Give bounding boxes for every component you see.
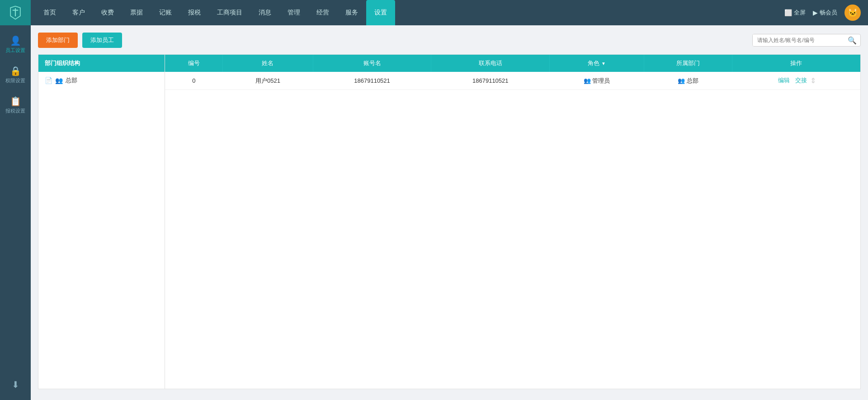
col-header-phone: 联系电话 — [431, 55, 550, 72]
taxsetting-icon: 📋 — [10, 97, 21, 106]
nav-item-manage[interactable]: 管理 — [279, 0, 308, 25]
cell-dept: 👥 总部 — [644, 72, 732, 90]
sidebar-bottom: ⬇ — [10, 374, 21, 400]
nav-item-bizproject[interactable]: 工商项目 — [209, 0, 250, 25]
col-header-actions: 操作 — [732, 55, 860, 72]
fullscreen-button[interactable]: ⬜ 全屏 — [784, 9, 806, 17]
nav-item-client[interactable]: 客户 — [64, 0, 93, 25]
col-header-dept: 所属部门 — [644, 55, 732, 72]
content-area: 添加部门 添加员工 🔍 部门组织结构 📄 👥 总部 — [31, 25, 868, 400]
col-header-account: 账号名 — [313, 55, 431, 72]
action-交接[interactable]: 交接 — [795, 77, 807, 84]
lock-icon: 🔒 — [10, 66, 21, 75]
sidebar-item-taxsetting[interactable]: 📋 报税设置 — [0, 90, 31, 121]
nav-item-bookkeeping[interactable]: 记账 — [151, 0, 180, 25]
dept-tree-item-label: 总部 — [66, 76, 77, 85]
cell-account: 18679110521 — [313, 72, 431, 90]
top-navigation: 首页 客户 收费 票据 记账 报税 工商项目 消息 管理 经营 服务 设置 ⬜ … — [0, 0, 868, 25]
nav-item-fee[interactable]: 收费 — [93, 0, 122, 25]
col-header-role: 角色 ▼ — [550, 55, 644, 72]
nav-item-home[interactable]: 首页 — [35, 0, 64, 25]
col-header-name: 姓名 — [223, 55, 313, 72]
sidebar-item-employee-label: 员工设置 — [5, 47, 25, 54]
file-icon: 📄 — [45, 77, 52, 84]
dept-tree-item[interactable]: 📄 👥 总部 — [38, 72, 165, 89]
logo-icon — [7, 5, 24, 21]
action-编辑[interactable]: 编辑 — [778, 77, 790, 84]
sidebar-item-permission-label: 权限设置 — [5, 77, 25, 84]
cell-actions: 编辑 交接 ⇕ — [732, 72, 860, 90]
member-button[interactable]: ▶ 畅会员 — [813, 9, 837, 17]
cell-role: 👥 管理员 — [550, 72, 644, 90]
sidebar-item-employee[interactable]: 👤 员工设置 — [0, 30, 31, 60]
col-header-id: 编号 — [165, 55, 223, 72]
nav-right: ⬜ 全屏 ▶ 畅会员 🐱 — [784, 5, 868, 21]
main-layout: 👤 员工设置 🔒 权限设置 📋 报税设置 ⬇ 添加部门 添加员工 🔍 — [0, 25, 868, 400]
nav-item-bill[interactable]: 票据 — [122, 0, 151, 25]
sidebar: 👤 员工设置 🔒 权限设置 📋 报税设置 ⬇ — [0, 25, 31, 400]
row-scroll-control[interactable]: ⇕ — [810, 77, 816, 85]
dept-tree-header: 部门组织结构 — [38, 55, 165, 72]
cell-id: 0 — [165, 72, 223, 90]
cell-name: 用户0521 — [223, 72, 313, 90]
nav-item-service[interactable]: 服务 — [337, 0, 366, 25]
role-filter-icon[interactable]: ▼ — [601, 61, 606, 66]
logo[interactable] — [0, 0, 31, 25]
employee-icon: 👤 — [10, 36, 21, 45]
main-panel: 部门组织结构 📄 👥 总部 编号 姓名 账号名 联系电话 — [38, 54, 861, 389]
add-dept-button[interactable]: 添加部门 — [38, 33, 78, 48]
table-row: 0 用户0521 18679110521 18679110521 👥 管理员 👥… — [165, 72, 860, 90]
nav-item-message[interactable]: 消息 — [250, 0, 279, 25]
sidebar-item-permission[interactable]: 🔒 权限设置 — [0, 60, 31, 90]
table-area: 编号 姓名 账号名 联系电话 角色 ▼ 所属部门 操作 — [165, 55, 860, 389]
sidebar-item-taxsetting-label: 报税设置 — [5, 108, 25, 114]
nav-items: 首页 客户 收费 票据 记账 报税 工商项目 消息 管理 经营 服务 设置 — [31, 0, 784, 25]
cell-phone: 18679110521 — [431, 72, 550, 90]
nav-item-settings[interactable]: 设置 — [366, 0, 395, 25]
add-employee-button[interactable]: 添加员工 — [82, 33, 122, 48]
sidebar-item-download[interactable]: ⬇ — [10, 374, 21, 395]
user-avatar[interactable]: 🐱 — [844, 5, 861, 21]
search-box: 🔍 — [752, 34, 861, 47]
toolbar: 添加部门 添加员工 🔍 — [38, 33, 861, 48]
search-input[interactable] — [753, 34, 844, 46]
nav-item-operation[interactable]: 经营 — [308, 0, 337, 25]
employee-table: 编号 姓名 账号名 联系电话 角色 ▼ 所属部门 操作 — [165, 55, 860, 90]
download-icon: ⬇ — [12, 380, 19, 389]
search-button[interactable]: 🔍 — [844, 36, 860, 45]
nav-item-tax[interactable]: 报税 — [180, 0, 209, 25]
user-dept-icon: 👥 — [55, 77, 63, 84]
dept-tree: 部门组织结构 📄 👥 总部 — [38, 55, 165, 389]
